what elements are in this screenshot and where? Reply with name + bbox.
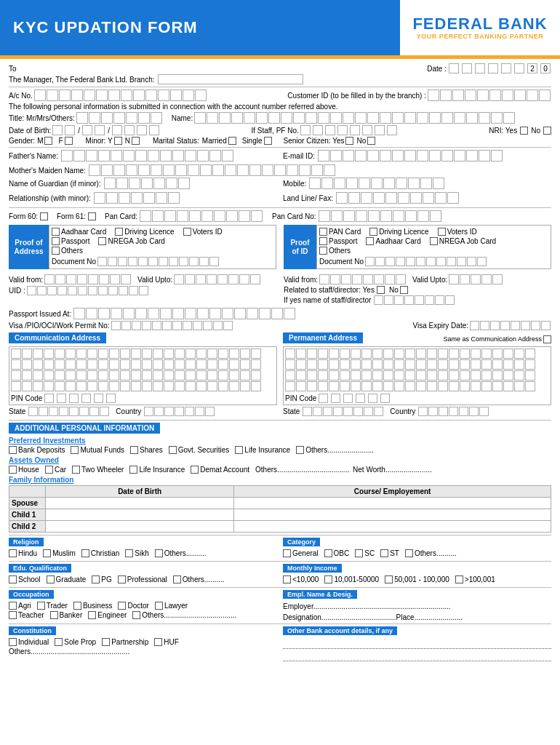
senior-yes-checkbox[interactable] bbox=[345, 137, 353, 145]
date-box-4[interactable] bbox=[488, 63, 498, 73]
employer-label: Employer................................… bbox=[283, 602, 551, 610]
constitution-label: Constitution bbox=[9, 626, 56, 635]
email-label: E-mail ID: bbox=[283, 152, 315, 160]
acno-box[interactable] bbox=[34, 89, 46, 101]
minor-n: N bbox=[125, 137, 130, 145]
dob-label: Date of Birth: bbox=[9, 127, 51, 135]
related-staff-label: Related to staff/director: Yes bbox=[284, 286, 375, 294]
st-label: ST bbox=[390, 549, 399, 557]
mother-label: Mother's Maiden Name: bbox=[9, 167, 86, 175]
lawyer-label: Lawyer bbox=[164, 602, 188, 610]
pin-code-comm-label: PIN Code bbox=[11, 394, 42, 402]
shares-label: Shares bbox=[140, 446, 163, 454]
other-bank-label: Other Bank account details, if any bbox=[283, 626, 397, 635]
date-box-1[interactable] bbox=[449, 63, 459, 73]
minor-n-checkbox[interactable] bbox=[132, 137, 140, 145]
same-as-comm-label: Same as Communication Address bbox=[443, 335, 542, 343]
related-yes-checkbox[interactable] bbox=[377, 286, 385, 294]
valid-upto-id-label: Valid Upto: bbox=[412, 276, 447, 284]
date-digit-1: 2 bbox=[527, 63, 537, 73]
doctor-label: Doctor bbox=[127, 602, 148, 610]
branch-box[interactable] bbox=[158, 74, 303, 84]
income1-label: <10,000 bbox=[292, 575, 319, 583]
agri-label: Agri bbox=[18, 602, 31, 610]
family-info-label: Family Information bbox=[9, 476, 73, 484]
form61-checkbox[interactable] bbox=[88, 212, 96, 220]
senior-no-checkbox[interactable] bbox=[367, 137, 375, 145]
dob-col-header: Date of Birth bbox=[46, 486, 234, 498]
voters-id-option[interactable]: Voters ID bbox=[183, 228, 223, 236]
additional-info-label: ADDITIONAL PERSONAL INFORMATION bbox=[9, 423, 160, 434]
driving-licence-option[interactable]: Driving Licence bbox=[115, 228, 174, 236]
senior-no-label: No bbox=[356, 137, 366, 145]
valid-from-label: Valid from: bbox=[9, 276, 43, 284]
page: KYC UPDATION FORM FEDERAL BANK YOUR PERF… bbox=[0, 0, 560, 745]
doc-no-id-label: Document No bbox=[319, 258, 364, 266]
guardian-label: Name of Guardian (if minor): bbox=[9, 180, 101, 188]
valid-upto-label: Valid Upto: bbox=[137, 276, 172, 284]
aadhaar-card-option[interactable]: Aadhaar Card bbox=[52, 228, 106, 236]
empl-name-label: Empl. Name & Desig. bbox=[283, 590, 357, 599]
date-box-5[interactable] bbox=[501, 63, 511, 73]
nrega-option[interactable]: NREGA Job Card bbox=[98, 237, 164, 245]
married-checkbox[interactable] bbox=[228, 137, 236, 145]
same-comm-checkbox[interactable] bbox=[543, 335, 551, 343]
form60-checkbox[interactable] bbox=[40, 212, 48, 220]
gender-m: M bbox=[37, 137, 43, 145]
house-label: House bbox=[18, 466, 39, 474]
minor-y-checkbox[interactable] bbox=[114, 137, 122, 145]
state-comm-label: State bbox=[9, 407, 25, 415]
date-box-3[interactable] bbox=[475, 63, 485, 73]
others-const-label: Others..................................… bbox=[9, 648, 129, 656]
nri-no-checkbox[interactable] bbox=[543, 127, 551, 135]
gender-f-checkbox[interactable] bbox=[65, 137, 73, 145]
driving-licence-label: Driving Licence bbox=[124, 228, 174, 236]
course-col-header: Course/ Employement bbox=[234, 486, 551, 498]
preferred-investments-label: Preferred Investments bbox=[9, 437, 86, 445]
manager-label: The Manager, The Federal Bank Ltd. Branc… bbox=[9, 76, 155, 84]
date-box-6[interactable] bbox=[514, 63, 524, 73]
life-ins-asset-label: Life Insurance bbox=[139, 466, 185, 474]
govt-sec-label: Govt. Securities bbox=[178, 446, 230, 454]
date-label: Date : bbox=[427, 65, 447, 73]
bank-tagline: YOUR PERFECT BANKING PARTNER bbox=[417, 33, 543, 40]
bank-deposits-label: Bank Deposits bbox=[18, 446, 65, 454]
passport-label: Passport bbox=[61, 237, 89, 245]
pg-label: PG bbox=[101, 575, 111, 583]
to-label: To bbox=[9, 65, 17, 73]
nri-yes-checkbox[interactable] bbox=[520, 127, 528, 135]
table-row: Spouse bbox=[9, 498, 551, 509]
engineer-label: Engineer bbox=[97, 611, 127, 619]
title-label: Title: Mr/Mrs/Others: bbox=[9, 114, 75, 122]
related-no-label: No bbox=[389, 286, 399, 294]
if-yes-label: If yes name of staff/director bbox=[284, 296, 371, 304]
family-table: Date of Birth Course/ Employement Spouse… bbox=[9, 485, 551, 533]
relationship-label: Relationship (with minor): bbox=[9, 194, 91, 202]
mobile-label: Mobile: bbox=[283, 180, 306, 188]
name-label: Name: bbox=[172, 114, 193, 122]
table-row: Child 2 bbox=[9, 521, 551, 533]
business-label: Business bbox=[83, 602, 113, 610]
staff-pf-label: If Staff, PF No. bbox=[251, 127, 298, 135]
date-box-2[interactable] bbox=[462, 63, 472, 73]
form-title: KYC UPDATION FORM bbox=[0, 0, 400, 55]
table-row: Child 1 bbox=[9, 509, 551, 521]
minor-label: Minor: Y bbox=[86, 137, 113, 145]
related-no-checkbox[interactable] bbox=[400, 286, 408, 294]
married-label: Married bbox=[202, 137, 227, 145]
passport-option[interactable]: Passport bbox=[52, 237, 89, 245]
graduate-label: Graduate bbox=[56, 575, 87, 583]
acno-label: A/c No. bbox=[9, 92, 33, 100]
others-addr-option[interactable]: Others bbox=[52, 247, 83, 255]
mutual-funds-label: Mutual Funds bbox=[80, 446, 124, 454]
sc-label: SC bbox=[364, 549, 375, 557]
life-ins-inv-label: Life Insurance bbox=[244, 446, 290, 454]
uid-label: UID : bbox=[9, 287, 25, 295]
single-checkbox[interactable] bbox=[264, 137, 272, 145]
comm-address-header: Communication Address bbox=[9, 332, 106, 343]
occupation-label: Occupation bbox=[9, 590, 54, 599]
pan-card-no-label: Pan Card No: bbox=[272, 212, 316, 220]
header: KYC UPDATION FORM FEDERAL BANK YOUR PERF… bbox=[0, 0, 560, 55]
gender-m-checkbox[interactable] bbox=[44, 137, 52, 145]
child1-label: Child 1 bbox=[9, 509, 46, 521]
